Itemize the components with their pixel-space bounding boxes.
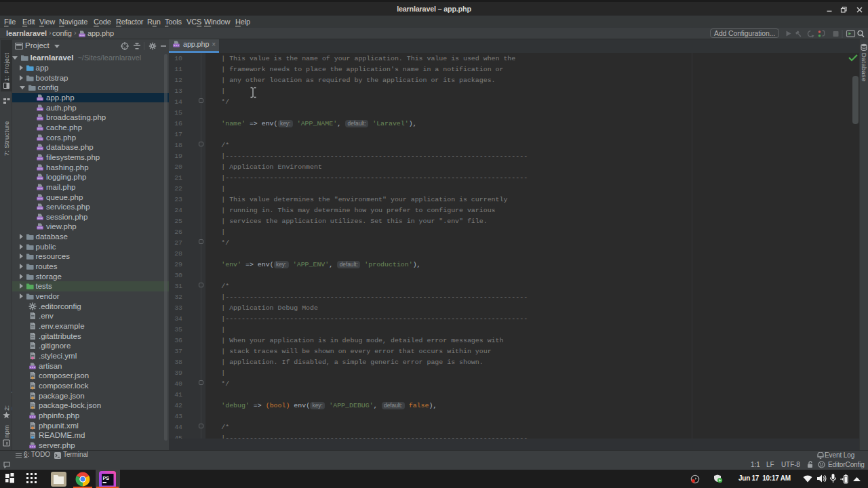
svg-text:PS: PS: [103, 475, 110, 481]
